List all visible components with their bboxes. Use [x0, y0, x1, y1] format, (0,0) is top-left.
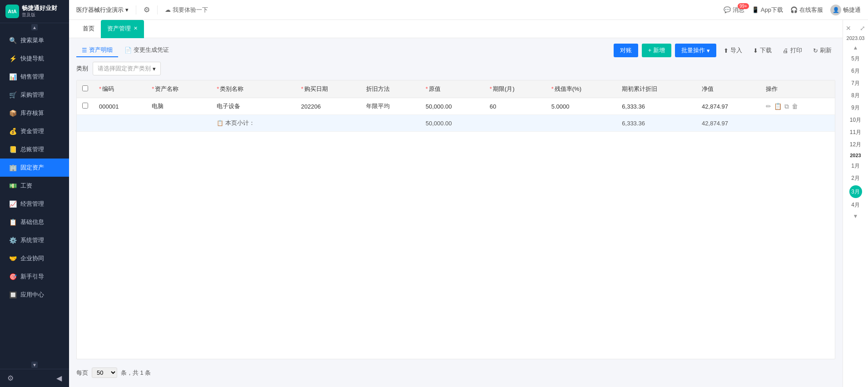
sidebar-item-purchase[interactable]: 🛒 采购管理 — [0, 86, 69, 104]
edit-icon[interactable]: ✏ — [766, 103, 771, 110]
system-icon: ⚙️ — [9, 236, 17, 244]
row-net-value: 42,874.97 — [696, 98, 760, 115]
toolbar-right: 对账 + 新增 批量操作 ▾ ⬆ 导入 ⬇ 下载 — [614, 44, 835, 57]
subtotal-original-value: 50,000.00 — [420, 115, 484, 132]
inventory-icon: 📦 — [9, 109, 17, 117]
tab-home[interactable]: 首页 — [76, 20, 101, 38]
app-download-btn[interactable]: 📱 App下载 — [752, 6, 783, 14]
subtotal-empty6 — [484, 115, 546, 132]
col-period: *期限(月) — [484, 80, 546, 98]
total-label: 条，共 1 条 — [121, 369, 151, 377]
sidebar-item-basic-info[interactable]: 📋 基础信息 — [0, 213, 69, 231]
settings-icon[interactable]: ⚙ — [7, 374, 14, 382]
table-header-row: *编码 *资产名称 *类别名称 *购买日期 折旧方法 *原值 *期限(月) *残… — [77, 80, 835, 98]
scroll-up-btn[interactable]: ▲ — [31, 24, 38, 30]
sidebar-item-system[interactable]: ⚙️ 系统管理 — [0, 231, 69, 249]
sub-tab-asset-detail[interactable]: ☰ 资产明细 — [76, 44, 118, 57]
month-prev-6[interactable]: 6月 — [843, 65, 868, 77]
arrow-up-icon[interactable]: ▲ — [853, 45, 858, 51]
delete-icon[interactable]: 🗑 — [792, 103, 798, 110]
company-name: 医疗器械行业演示 — [76, 6, 124, 14]
batch-ops-button[interactable]: 批量操作 ▾ — [675, 44, 716, 57]
sidebar-item-fixed-assets[interactable]: 🏢 固定资产 — [0, 159, 69, 177]
col-original-value: *原值 — [420, 80, 484, 98]
col-code: *编码 — [94, 80, 146, 98]
refresh-btn[interactable]: ↻ 刷新 — [809, 45, 835, 56]
import-btn[interactable]: ⬆ 导入 — [720, 45, 746, 56]
tabs-bar: 首页 资产管理 ✕ — [69, 20, 843, 38]
sidebar-item-sales[interactable]: 📊 销售管理 — [0, 68, 69, 86]
sidebar-item-label: 库存核算 — [20, 109, 44, 117]
print-btn[interactable]: 🖨 打印 — [779, 45, 806, 56]
online-service-btn[interactable]: 🎧 在线客服 — [790, 6, 823, 14]
app-edition: 普及版 — [22, 12, 57, 18]
row-original-value: 50,000.00 — [420, 98, 484, 115]
messages-btn[interactable]: 💬 消息 99+ — [724, 6, 744, 14]
col-operations: 操作 — [760, 80, 835, 98]
guide-icon: 🎯 — [9, 273, 17, 281]
row-category: 电子设备 — [211, 98, 296, 115]
collapse-icon[interactable]: ◀ — [56, 374, 62, 382]
per-page-select[interactable]: 50 100 — [92, 367, 117, 378]
service-label: 在线客服 — [799, 6, 823, 14]
month-cur-2[interactable]: 2月 — [843, 172, 868, 184]
download-btn[interactable]: ⬇ 下载 — [749, 45, 775, 56]
sub-tab-asset-detail-label: 资产明细 — [89, 46, 113, 54]
user-menu[interactable]: 👤 畅捷通 — [830, 5, 861, 15]
sidebar-item-enterprise[interactable]: 🤝 企业协同 — [0, 249, 69, 268]
sidebar-item-label: 新手引导 — [20, 273, 44, 281]
sidebar-item-funds[interactable]: 💰 资金管理 — [0, 122, 69, 140]
scroll-down-btn[interactable]: ▼ — [31, 362, 38, 368]
sidebar-item-wages[interactable]: 💵 工资 — [0, 177, 69, 195]
table-row: 000001 电脑 电子设备 202206 年限平均 50,000.00 60 … — [77, 98, 835, 115]
new-button[interactable]: + 新增 — [642, 44, 671, 57]
row-checkbox[interactable] — [82, 103, 88, 109]
sidebar-item-quick-nav[interactable]: ⚡ 快捷导航 — [0, 50, 69, 68]
row-residual-rate: 5.0000 — [546, 98, 617, 115]
company-selector[interactable]: 医疗器械行业演示 ▾ — [76, 6, 129, 14]
service-icon: 🎧 — [790, 6, 798, 13]
sidebar-item-app-center[interactable]: 🔲 应用中心 — [0, 286, 69, 304]
subtotal-empty7 — [546, 115, 617, 132]
download-icon: 📱 — [752, 6, 759, 13]
tab-asset-mgmt[interactable]: 资产管理 ✕ — [101, 20, 144, 38]
sidebar-item-guide[interactable]: 🎯 新手引导 — [0, 268, 69, 286]
month-prev-9[interactable]: 9月 — [843, 102, 868, 114]
tab-close-icon[interactable]: ✕ — [134, 25, 138, 31]
sidebar-item-inventory[interactable]: 📦 库存核算 — [0, 104, 69, 122]
month-cur-1[interactable]: 1月 — [843, 160, 868, 172]
copy-icon[interactable]: ⧉ — [784, 103, 789, 110]
panel-expand-icon[interactable]: ⤢ — [860, 25, 865, 32]
nav-divider — [136, 5, 136, 15]
basic-info-icon: 📋 — [9, 218, 17, 226]
category-filter-select[interactable]: 请选择固定资产类别 ▾ — [93, 62, 161, 75]
operations-icon: 📈 — [9, 200, 17, 208]
subtotal-empty1 — [77, 115, 94, 132]
month-prev-11[interactable]: 11月 — [843, 126, 868, 139]
right-panel: ✕ ⤢ 2023.03 ▲ 5月 6月 7月 8月 9月 10月 11月 12月… — [843, 20, 868, 387]
sidebar-item-operations[interactable]: 📈 经营管理 — [0, 195, 69, 213]
select-all-checkbox[interactable] — [82, 85, 88, 91]
month-prev-8[interactable]: 8月 — [843, 89, 868, 102]
sidebar-item-label: 搜索菜单 — [20, 36, 44, 45]
panel-close-icon[interactable]: ✕ — [846, 25, 851, 32]
sidebar-item-search[interactable]: 🔍 搜索菜单 — [0, 31, 69, 50]
month-prev-10[interactable]: 10月 — [843, 114, 868, 126]
month-prev-7[interactable]: 7月 — [843, 77, 868, 89]
reconcile-button[interactable]: 对账 — [614, 44, 638, 57]
arrow-down-icon[interactable]: ▼ — [853, 213, 858, 219]
detail-icon[interactable]: 📋 — [774, 103, 782, 110]
sub-tab-change-voucher[interactable]: 📄 变更生成凭证 — [119, 44, 174, 57]
sidebar-item-ledger[interactable]: 📒 总账管理 — [0, 140, 69, 159]
settings-gear-icon[interactable]: ⚙ — [144, 5, 150, 14]
main-content: 首页 资产管理 ✕ ☰ 资产明细 📄 — [69, 20, 843, 387]
month-cur-3[interactable]: 3月 — [849, 185, 862, 198]
month-prev-12[interactable]: 12月 — [843, 139, 868, 151]
col-depreciation-method: 折旧方法 — [361, 80, 420, 98]
experience-btn[interactable]: ☁ 我要体验一下 — [165, 6, 208, 14]
page-content: ☰ 资产明细 📄 变更生成凭证 对账 + 新增 批量操作 ▾ — [69, 38, 843, 387]
month-cur-4[interactable]: 4月 — [843, 199, 868, 211]
row-period: 60 — [484, 98, 546, 115]
month-prev-5[interactable]: 5月 — [843, 53, 868, 65]
col-net-value: 净值 — [696, 80, 760, 98]
